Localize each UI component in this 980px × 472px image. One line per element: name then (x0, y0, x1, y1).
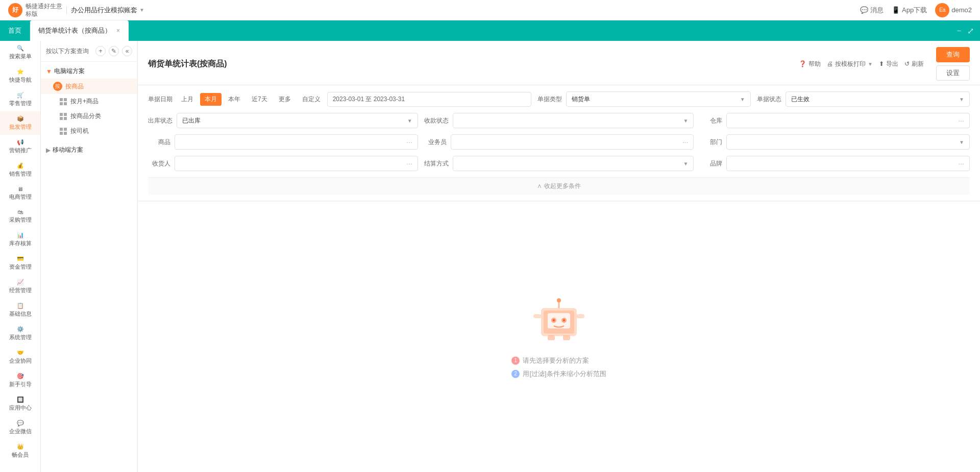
filter-dept: 部门 ▼ (700, 134, 970, 150)
finance-icon: 💳 (17, 255, 24, 262)
help-action[interactable]: ❓ 帮助 (799, 60, 821, 68)
svg-rect-4 (60, 113, 63, 116)
payment-arrow-icon: ▼ (683, 118, 688, 124)
sidebar-item-retail[interactable]: 🛒 零售管理 (0, 88, 40, 111)
marketing-icon: 📢 (17, 139, 24, 146)
refresh-action[interactable]: ↺ 刷新 (904, 60, 924, 68)
user-area[interactable]: Ea demo2 (935, 3, 972, 17)
panel-header-actions: + ✎ « (95, 46, 132, 56)
logo-area: 好 畅捷通好生意 标版 (8, 3, 62, 17)
collapse-panel-btn[interactable]: « (122, 46, 132, 56)
sidebar-item-wechat[interactable]: 💬 企业微信 (0, 416, 40, 439)
sidebar-item-system[interactable]: ⚙️ 系统管理 (0, 322, 40, 345)
consignee-control[interactable]: ··· (175, 156, 418, 171)
sidebar-item-sales[interactable]: 💰 销售管理 (0, 158, 40, 182)
sidebar-item-purchase[interactable]: 🛍 采购管理 (0, 205, 40, 228)
sidebar-item-member[interactable]: 👑 畅会员 (0, 439, 40, 463)
sales-icon: 💰 (17, 162, 24, 169)
sidebar-item-marketing[interactable]: 📢 营销推广 (0, 135, 40, 158)
message-action[interactable]: 💬 消息 (860, 6, 884, 15)
print-action[interactable]: 🖨 按模板打印 ▼ (827, 60, 873, 68)
inventory-icon: 📊 (17, 232, 24, 239)
svg-point-17 (553, 319, 555, 321)
sidebar-item-inventory[interactable]: 📊 库存核算 (0, 228, 40, 251)
page-title: 销货单统计表(按商品) (148, 59, 227, 69)
edit-scheme-btn[interactable]: ✎ (109, 46, 119, 56)
left-panel-header: 按以下方案查询 + ✎ « (41, 41, 137, 62)
warehouse-status-control[interactable]: 已出库 ▼ (177, 113, 418, 128)
sidebar-item-wholesale[interactable]: 📦 批发管理 (0, 111, 40, 135)
this-year-btn[interactable]: 本年 (224, 93, 245, 106)
dept-control[interactable]: ▼ (726, 134, 970, 150)
sidebar-item-apps[interactable]: 🔲 应用中心 (0, 392, 40, 416)
scheme-item-by-machine[interactable]: 按司机 (41, 124, 137, 138)
sidebar-item-ecommerce[interactable]: 🖥 电商管理 (0, 182, 40, 205)
query-button[interactable]: 查询 (936, 47, 970, 62)
last-month-btn[interactable]: 上月 (177, 93, 198, 106)
minimize-icon[interactable]: － (955, 26, 963, 36)
sidebar-item-ops[interactable]: 📈 经营管理 (0, 275, 40, 298)
scheme-pc-header[interactable]: ▼ 电脑端方案 (41, 64, 137, 79)
date-range-input[interactable]: 2023-03-01 至 2023-03-31 (327, 92, 532, 107)
salesman-control[interactable]: ··· (451, 134, 694, 150)
more-btn[interactable]: 更多 (274, 93, 296, 106)
tab-close-icon[interactable]: × (116, 27, 120, 34)
empty-tip-2: 2 用[过滤]条件来缩小分析范围 (511, 367, 606, 381)
svg-rect-11 (64, 132, 67, 135)
sidebar-search[interactable]: 🔍 搜索菜单 (0, 41, 40, 64)
doc-status-control[interactable]: 已生效 ▼ (786, 91, 970, 107)
7days-btn[interactable]: 近7天 (247, 93, 272, 106)
sidebar-quick-nav[interactable]: ⭐ 快捷导航 (0, 64, 40, 88)
payment-method-arrow-icon: ▼ (683, 161, 688, 167)
empty-state: 1 请先选择要分析的方案 2 用[过滤]条件来缩小分析范围 (138, 201, 980, 472)
svg-rect-23 (548, 335, 555, 340)
scheme-item-by-category[interactable]: 按商品分类 (41, 109, 137, 124)
filter-warehouse2: 仓库 ··· (700, 113, 970, 128)
main-content: 销货单统计表(按商品) ❓ 帮助 🖨 按模板打印 ▼ ⬆ 导出 (138, 41, 980, 472)
search-icon: 🔍 (17, 45, 24, 52)
empty-tips: 1 请先选择要分析的方案 2 用[过滤]条件来缩小分析范围 (511, 354, 606, 381)
warehouse2-dots-icon: ··· (958, 116, 964, 125)
doc-type-control[interactable]: 销货单 ▼ (566, 91, 750, 107)
sidebar-item-basic[interactable]: 📋 基础信息 (0, 298, 40, 322)
scheme-item-by-product[interactable]: 按 按商品 (41, 79, 137, 94)
export-action[interactable]: ⬆ 导出 (879, 60, 898, 68)
consignee-label: 收货人 (148, 159, 170, 168)
this-month-btn[interactable]: 本月 (200, 93, 222, 106)
payment-control[interactable]: ▼ (453, 113, 694, 128)
maximize-icon[interactable]: ⤢ (967, 26, 974, 36)
tab-home[interactable]: 首页 (0, 20, 30, 41)
svg-rect-1 (64, 98, 67, 101)
collapse-bar[interactable]: ∧ 收起更多条件 (148, 177, 970, 195)
date-label: 单据日期 (148, 95, 173, 104)
brand-control[interactable]: ··· (726, 156, 970, 171)
warehouse2-control[interactable]: ··· (726, 113, 970, 128)
export-icon: ⬆ (879, 60, 884, 67)
sidebar-item-newbie[interactable]: 🎯 新手引导 (0, 369, 40, 392)
sidebar-item-finance[interactable]: 💳 资金管理 (0, 251, 40, 275)
system-icon: ⚙️ (17, 326, 24, 333)
ops-icon: 📈 (17, 279, 24, 286)
app-download-action[interactable]: 📱 App下载 (892, 6, 927, 15)
svg-rect-2 (60, 102, 63, 105)
sidebar-item-enterprise[interactable]: 🤝 企业协同 (0, 345, 40, 369)
svg-rect-14 (548, 313, 570, 328)
scheme-mobile-header[interactable]: ▶ 移动端方案 (41, 143, 137, 157)
wechat-icon: 💬 (17, 420, 24, 427)
product-control[interactable]: ··· (175, 134, 418, 150)
svg-rect-9 (64, 128, 67, 131)
filter-row-2: 出库状态 已出库 ▼ 收款状态 ▼ 仓库 (148, 113, 970, 128)
filter-consignee: 收货人 ··· (148, 156, 418, 171)
setting-button[interactable]: 设置 (936, 65, 970, 81)
left-panel: 按以下方案查询 + ✎ « ▼ 电脑端方案 (41, 41, 138, 472)
svg-rect-22 (576, 314, 584, 318)
svg-rect-0 (60, 98, 63, 101)
message-icon: 💬 (860, 6, 868, 14)
filter-payment-method: 结算方式 ▼ (424, 156, 694, 171)
custom-btn[interactable]: 自定义 (298, 93, 325, 106)
scheme-item-by-month-product[interactable]: 按月+商品 (41, 94, 137, 109)
payment-method-control[interactable]: ▼ (453, 156, 694, 171)
add-scheme-btn[interactable]: + (95, 46, 106, 56)
workspace-selector[interactable]: 办公用品行业模拟账套 ▼ (71, 6, 144, 15)
tab-active[interactable]: 销货单统计表（按商品） × (30, 20, 129, 41)
